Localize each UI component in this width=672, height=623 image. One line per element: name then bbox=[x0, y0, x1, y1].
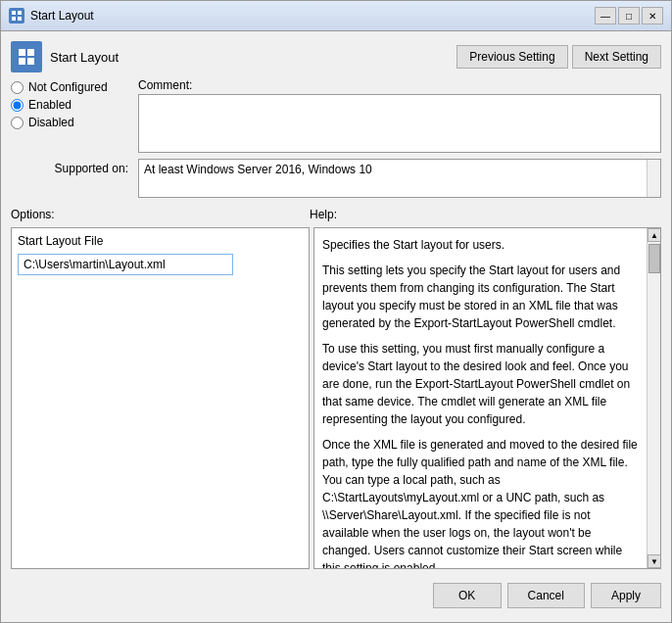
main-panels: Start Layout File Specifies the Start la… bbox=[11, 227, 661, 569]
window-title: Start Layout bbox=[30, 9, 94, 23]
help-scrollbar[interactable]: ▲ ▼ bbox=[647, 228, 660, 568]
scrollbar-down-icon[interactable]: ▼ bbox=[648, 554, 661, 568]
window-icon bbox=[9, 8, 24, 24]
radio-enabled-label: Enabled bbox=[28, 98, 72, 112]
comment-section: Comment: bbox=[138, 78, 661, 153]
radio-disabled-input[interactable] bbox=[11, 117, 24, 129]
svg-rect-2 bbox=[12, 17, 16, 21]
options-help-labels: Options: Help: bbox=[11, 208, 661, 221]
next-setting-button[interactable]: Next Setting bbox=[572, 45, 661, 69]
close-button[interactable]: ✕ bbox=[642, 7, 663, 24]
svg-rect-4 bbox=[19, 49, 25, 56]
help-text-content: Specifies the Start layout for users. Th… bbox=[314, 228, 647, 568]
options-panel: Start Layout File bbox=[11, 227, 310, 569]
radio-disabled-label: Disabled bbox=[28, 116, 74, 129]
scrollbar-up-icon[interactable]: ▲ bbox=[648, 228, 661, 242]
radio-enabled-input[interactable] bbox=[11, 99, 24, 112]
radio-not-configured-input[interactable] bbox=[11, 81, 24, 94]
scrollbar-thumb[interactable] bbox=[648, 244, 660, 273]
title-bar-left: Start Layout bbox=[9, 8, 94, 24]
radio-enabled[interactable]: Enabled bbox=[11, 98, 128, 112]
comment-textarea[interactable] bbox=[138, 94, 661, 153]
minimize-button[interactable]: — bbox=[595, 7, 616, 24]
svg-rect-5 bbox=[27, 49, 34, 56]
supported-row: Supported on: At least Windows Server 20… bbox=[11, 159, 661, 198]
title-bar: Start Layout — □ ✕ bbox=[1, 1, 671, 31]
ok-button[interactable]: OK bbox=[433, 583, 502, 608]
help-para-0: Specifies the Start layout for users. bbox=[322, 236, 639, 254]
title-controls: — □ ✕ bbox=[595, 7, 663, 24]
svg-rect-0 bbox=[12, 11, 16, 15]
options-section-label: Options: bbox=[11, 208, 310, 221]
radio-not-configured[interactable]: Not Configured bbox=[11, 80, 128, 94]
scrollbar-track bbox=[648, 242, 660, 554]
header-title: Start Layout bbox=[50, 50, 119, 65]
content-area: Start Layout Previous Setting Next Setti… bbox=[1, 31, 671, 622]
nav-buttons: Previous Setting Next Setting bbox=[456, 45, 661, 69]
help-para-3: Once the XML file is generated and moved… bbox=[322, 436, 639, 568]
apply-button[interactable]: Apply bbox=[591, 583, 661, 608]
help-panel: Specifies the Start layout for users. Th… bbox=[313, 227, 661, 569]
help-para-1: This setting lets you specify the Start … bbox=[322, 262, 639, 332]
supported-value: At least Windows Server 2016, Windows 10 bbox=[144, 163, 372, 176]
help-section-label: Help: bbox=[310, 208, 661, 221]
header-row: Start Layout Previous Setting Next Setti… bbox=[11, 41, 661, 72]
prev-setting-button[interactable]: Previous Setting bbox=[456, 45, 567, 69]
radio-group: Not Configured Enabled Disabled bbox=[11, 78, 128, 129]
svg-rect-6 bbox=[19, 58, 25, 65]
help-para-2: To use this setting, you must first manu… bbox=[322, 340, 639, 428]
svg-rect-3 bbox=[18, 17, 22, 21]
supported-scrollbar[interactable] bbox=[647, 160, 660, 197]
radio-disabled[interactable]: Disabled bbox=[11, 116, 128, 129]
svg-rect-1 bbox=[18, 11, 22, 15]
svg-rect-7 bbox=[27, 58, 34, 65]
supported-label: Supported on: bbox=[11, 159, 128, 175]
cancel-button[interactable]: Cancel bbox=[507, 583, 585, 608]
footer: OK Cancel Apply bbox=[11, 575, 661, 612]
comment-label: Comment: bbox=[138, 78, 661, 92]
header-left: Start Layout bbox=[11, 41, 119, 72]
main-window: Start Layout — □ ✕ Start Layout bbox=[0, 0, 672, 623]
file-path-input[interactable] bbox=[18, 254, 233, 275]
header-icon bbox=[11, 41, 42, 72]
options-panel-title: Start Layout File bbox=[18, 234, 303, 248]
supported-value-box: At least Windows Server 2016, Windows 10 bbox=[138, 159, 661, 198]
maximize-button[interactable]: □ bbox=[618, 7, 640, 24]
radio-not-configured-label: Not Configured bbox=[28, 80, 108, 94]
radio-comment-row: Not Configured Enabled Disabled Comment: bbox=[11, 78, 661, 153]
